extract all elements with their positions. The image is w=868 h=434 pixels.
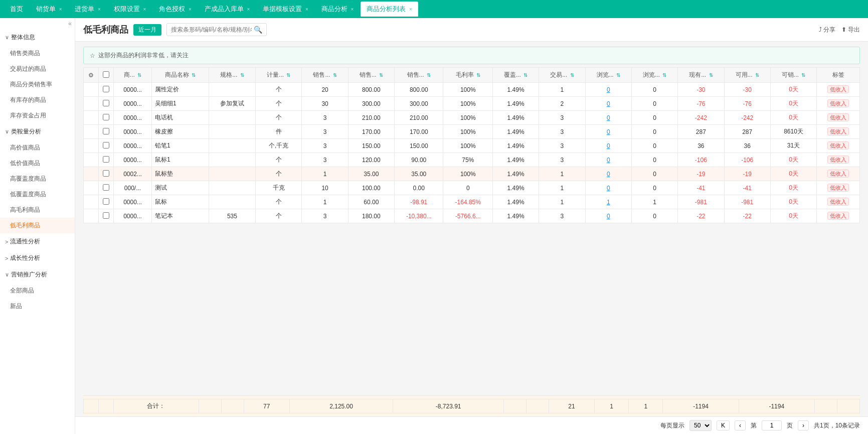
sidebar-group-overall[interactable]: ∨ 整体信息 — [0, 29, 75, 46]
col-current-stock[interactable]: 现有... ⇅ — [678, 68, 724, 83]
first-page-button[interactable]: K — [717, 420, 730, 430]
sidebar-group-liquidity[interactable]: > 流通性分析 — [0, 233, 75, 250]
nav-product-analysis-list[interactable]: 商品分析列表 × — [361, 2, 418, 17]
row-current-stock: -981 — [678, 195, 724, 209]
nav-close-analysis[interactable]: × — [351, 7, 354, 12]
row-select[interactable] — [103, 100, 109, 106]
row-views1[interactable]: 0 — [585, 139, 631, 153]
row-checkbox[interactable] — [99, 83, 114, 97]
row-views1[interactable]: 1 — [585, 195, 631, 209]
sidebar-item-traded-goods[interactable]: 交易过的商品 — [0, 61, 75, 77]
pagination-summary: 共1页，10条记录 — [814, 421, 860, 430]
nav-close-role[interactable]: × — [189, 7, 192, 12]
row-checkbox[interactable] — [99, 167, 114, 181]
col-unit[interactable]: 计量... ⇅ — [256, 68, 302, 83]
row-select[interactable] — [103, 184, 109, 191]
nav-home[interactable]: 首页 — [4, 2, 29, 17]
sidebar-group-growth[interactable]: > 成长性分析 — [0, 250, 75, 266]
row-select[interactable] — [103, 198, 109, 205]
nav-close-permission[interactable]: × — [143, 7, 146, 12]
sidebar-item-low-coverage[interactable]: 低覆盖度商品 — [0, 187, 75, 202]
sidebar-group-marketing[interactable]: ∨ 营销推广分析 — [0, 266, 75, 283]
row-views1[interactable]: 0 — [585, 111, 631, 125]
page-number-input[interactable] — [762, 420, 782, 430]
period-button[interactable]: 近一月 — [133, 24, 161, 36]
select-all-checkbox[interactable] — [103, 71, 109, 78]
sidebar-item-new-goods[interactable]: 新品 — [0, 299, 75, 314]
sidebar-item-stocked-goods[interactable]: 有库存的商品 — [0, 92, 75, 108]
nav-product-analysis[interactable]: 商品分析 × — [315, 2, 360, 17]
nav-close-product[interactable]: × — [247, 7, 250, 12]
nav-close-analysis-list[interactable]: × — [409, 7, 412, 12]
row-views1[interactable]: 0 — [585, 83, 631, 97]
col-name[interactable]: 商品名称 ⇅ — [152, 68, 209, 83]
row-select[interactable] — [103, 128, 109, 134]
row-select[interactable] — [103, 170, 109, 177]
row-select[interactable] — [103, 156, 109, 163]
row-views1[interactable]: 0 — [585, 153, 631, 167]
nav-role-auth[interactable]: 角色授权 × — [153, 2, 197, 17]
share-button[interactable]: ⤴ 分享 — [819, 26, 835, 34]
row-checkbox[interactable] — [99, 125, 114, 139]
row-checkbox[interactable] — [99, 209, 114, 223]
row-views1[interactable]: 0 — [585, 181, 631, 195]
col-saleable-days[interactable]: 可销... ⇅ — [770, 68, 816, 83]
row-checkbox[interactable] — [99, 195, 114, 209]
col-sales-profit[interactable]: 销售... ⇅ — [395, 68, 443, 83]
row-checkbox[interactable] — [99, 153, 114, 167]
col-views2[interactable]: 浏览... ⇅ — [631, 68, 677, 83]
search-icon[interactable]: 🔍 — [254, 26, 262, 34]
per-page-select[interactable]: 50 — [689, 420, 712, 431]
col-available-stock[interactable]: 可用... ⇅ — [724, 68, 770, 83]
next-page-button[interactable]: › — [798, 420, 809, 430]
row-views1[interactable]: 0 — [585, 209, 631, 223]
nav-sales-order[interactable]: 销货单 × — [30, 2, 68, 17]
row-checkbox[interactable] — [99, 97, 114, 111]
row-views1[interactable]: 0 — [585, 97, 631, 111]
sidebar-item-category-sales-rate[interactable]: 商品分类销售率 — [0, 77, 75, 92]
table-row: 0000... 电话机 个 3 210.00 210.00 100% 1.49%… — [84, 111, 860, 125]
row-select[interactable] — [103, 114, 109, 120]
sidebar-group-abc-analysis[interactable]: ∨ 类鞍量分析 — [0, 123, 75, 140]
nav-close-sales[interactable]: × — [59, 7, 62, 12]
row-select[interactable] — [103, 212, 109, 219]
table-container[interactable]: ⚙ 商... ⇅ 商品名称 ⇅ 规格... ⇅ 计量... ⇅ 销售... ⇅ … — [75, 67, 868, 395]
sidebar-item-high-margin[interactable]: 高毛利商品 — [0, 202, 75, 218]
col-coverage[interactable]: 覆盖... ⇅ — [492, 68, 539, 83]
row-code: 0000... — [114, 209, 152, 223]
sidebar-item-low-margin[interactable]: 低毛利商品 — [0, 218, 75, 233]
col-sales-qty[interactable]: 销售... ⇅ — [302, 68, 348, 83]
prev-page-button[interactable]: ‹ — [735, 420, 746, 430]
search-input[interactable] — [171, 26, 252, 33]
row-checkbox[interactable] — [99, 181, 114, 195]
nav-close-purchase[interactable]: × — [98, 7, 101, 12]
row-views1[interactable]: 0 — [585, 125, 631, 139]
col-trans-count[interactable]: 交易... ⇅ — [539, 68, 585, 83]
row-views1[interactable]: 0 — [585, 167, 631, 181]
sidebar-item-high-coverage[interactable]: 高覆盖度商品 — [0, 171, 75, 187]
col-spec[interactable]: 规格... ⇅ — [209, 68, 255, 83]
export-button[interactable]: ⬆ 导出 — [841, 26, 860, 34]
nav-purchase-order[interactable]: 进货单 × — [69, 2, 106, 17]
nav-close-template[interactable]: × — [305, 7, 308, 12]
nav-product-storage[interactable]: 产成品入库单 × — [199, 2, 256, 17]
sidebar-item-high-value[interactable]: 高价值商品 — [0, 140, 75, 156]
sidebar-item-inventory-capital[interactable]: 库存资金占用 — [0, 108, 75, 123]
row-checkbox[interactable] — [99, 111, 114, 125]
sidebar-item-low-value[interactable]: 低价值商品 — [0, 156, 75, 171]
col-settings[interactable]: ⚙ — [84, 68, 99, 83]
row-select[interactable] — [103, 142, 109, 149]
nav-permission[interactable]: 权限设置 × — [108, 2, 152, 17]
col-select-all[interactable] — [99, 68, 114, 83]
row-select[interactable] — [103, 86, 109, 92]
sidebar-item-sales-goods[interactable]: 销售类商品 — [0, 46, 75, 61]
sidebar-item-all-goods[interactable]: 全部商品 — [0, 283, 75, 299]
col-sales-amount[interactable]: 销售... ⇅ — [348, 68, 394, 83]
col-views1[interactable]: 浏览... ⇅ — [585, 68, 631, 83]
col-margin-rate[interactable]: 毛利率 ⇅ — [443, 68, 492, 83]
sidebar-collapse-button[interactable]: « — [0, 18, 75, 29]
nav-template-settings[interactable]: 单据模板设置 × — [257, 2, 314, 17]
export-label: 导出 — [848, 26, 860, 34]
col-code[interactable]: 商... ⇅ — [114, 68, 152, 83]
row-checkbox[interactable] — [99, 139, 114, 153]
